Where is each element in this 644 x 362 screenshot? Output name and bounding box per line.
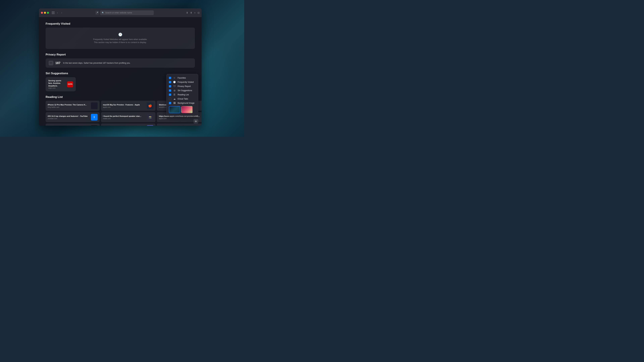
check-siri-suggestions: ✓ — [169, 89, 171, 92]
reading-card-url-1: apple.com — [103, 106, 145, 108]
frequently-visited-icon: 🕐 — [173, 81, 176, 83]
reading-card-8[interactable]: Kondor Blue Canon EOS R5/R6 Full Cages R… — [157, 123, 202, 126]
reading-thumb-4: 📸 — [147, 114, 154, 120]
address-bar[interactable]: 🔍 Search or enter website name — [100, 10, 154, 15]
address-bar-wrapper: 🎤 🔍 Search or enter website name — [64, 10, 185, 15]
reading-card-text-1: macOS Big Sur Preview - Features - Apple… — [103, 104, 145, 108]
siri-card-url: espn.com — [48, 87, 65, 89]
sliders-icon: ⚙ — [195, 120, 197, 123]
bg-thumb-pink[interactable] — [181, 106, 193, 113]
reading-card-title-1: macOS Big Sur Preview - Features - Apple — [103, 104, 145, 106]
frequently-visited-line1: Frequently Visited Websites will appear … — [49, 38, 192, 41]
siri-suggestions-icon: ◎ — [173, 89, 176, 92]
reading-card-text-3: iOS 14.2 top changes and features! - You… — [48, 115, 89, 119]
bg-thumbnails — [166, 105, 198, 114]
reading-list-label: Reading List — [178, 93, 189, 96]
siri-card-title: Serving sports fans. Anytime. Anywhere. — [48, 79, 65, 87]
reading-card-url-0: blog.halide.cam — [48, 106, 89, 108]
frequently-visited-line2: This section may be hidden if there is n… — [49, 41, 192, 44]
frequently-visited-label: Frequently Visited — [178, 81, 194, 83]
reading-card-title-3: iOS 14.2 top changes and features! - You… — [48, 115, 89, 117]
dropdown-privacy-report[interactable]: ✓ 🛡 Privacy Report — [166, 84, 198, 88]
frequently-visited-heading: Frequently Visited — [46, 22, 195, 25]
search-icon: 🔍 — [102, 12, 104, 14]
titlebar: ‹ › 🎤 🔍 Search or enter website name ⬇ ⬆… — [39, 8, 202, 17]
background-image-label: Background Image — [178, 102, 194, 104]
reading-card-7[interactable]: DIY 24v LiFePO4 Solar Battery Bank! Begi… — [101, 123, 156, 126]
dropdown-icloud-tabs[interactable]: ✓ ☁ iCloud Tabs — [166, 97, 198, 101]
reading-list-icon: ☰ — [173, 93, 176, 96]
shield-icon: 🛡 — [49, 61, 53, 65]
reading-thumb-7: D — [147, 125, 154, 126]
browser-window: ‹ › 🎤 🔍 Search or enter website name ⬇ ⬆… — [39, 8, 202, 126]
frequently-visited-box: 🕐 Frequently Visited Websites will appea… — [46, 27, 195, 49]
customize-dropdown: ✓ ☆ Favorites ✓ 🕐 Frequently Visited ✓ 🛡… — [166, 74, 198, 116]
reading-thumb-0 — [91, 102, 98, 109]
privacy-report-heading: Privacy Report — [46, 53, 195, 56]
siri-suggestions-label: Siri Suggestions — [178, 89, 192, 92]
reading-card-0[interactable]: iPhone 12 Pro Max Preview: The Camera H.… — [46, 101, 100, 111]
clock-icon: 🕐 — [49, 32, 192, 36]
reading-card-title-0: iPhone 12 Pro Max Preview: The Camera H.… — [48, 104, 89, 106]
icloud-tabs-icon: ☁ — [173, 97, 176, 100]
reading-card-title-4: I found the perfect Homepod speaker stan… — [103, 115, 145, 117]
privacy-report-icon: 🛡 — [173, 85, 176, 87]
download-icon[interactable]: ⬇ — [186, 11, 188, 14]
dropdown-siri-suggestions[interactable]: ✓ ◎ Siri Suggestions — [166, 88, 198, 92]
customize-button[interactable]: ⚙ — [194, 119, 198, 124]
siri-card-espn[interactable]: Serving sports fans. Anytime. Anywhere. … — [46, 77, 76, 91]
forward-button[interactable]: › — [60, 10, 63, 15]
reading-thumb-6: 🔌 — [91, 125, 98, 126]
dropdown-frequently-visited[interactable]: ✓ 🕐 Frequently Visited — [166, 80, 198, 84]
favorites-icon: ☆ — [173, 77, 176, 79]
reading-card-6[interactable]: How to Run a Portable Generator Safely W… — [46, 123, 100, 126]
check-reading-list: ✓ — [169, 93, 171, 96]
reading-thumb-1: 🍎 — [147, 102, 154, 109]
reading-card-url-4: reddit.com — [103, 118, 145, 119]
icloud-tabs-label: iCloud Tabs — [178, 98, 188, 100]
minimize-button[interactable] — [44, 12, 46, 14]
new-tab-icon[interactable]: + — [194, 11, 196, 14]
check-frequently-visited: ✓ — [169, 81, 171, 83]
privacy-report-label: Privacy Report — [178, 85, 191, 87]
reading-thumb-3: I — [91, 114, 98, 120]
background-image-icon: 🖼 — [173, 102, 176, 104]
reading-card-text-4: I found the perfect Homepod speaker stan… — [103, 115, 145, 119]
close-button[interactable] — [41, 12, 43, 14]
favorites-label: Favorites — [178, 77, 186, 79]
reading-card-1[interactable]: macOS Big Sur Preview - Features - Apple… — [101, 101, 156, 111]
dropdown-reading-list[interactable]: ✓ ☰ Reading List — [166, 92, 198, 97]
bg-thumb-ocean[interactable] — [169, 106, 180, 113]
check-background-image: ✓ — [169, 102, 171, 104]
address-placeholder: Search or enter website name — [105, 11, 132, 14]
siri-card-text: Serving sports fans. Anytime. Anywhere. … — [48, 79, 65, 89]
traffic-lights — [41, 12, 49, 14]
toolbar-right: ⬇ ⬆ + ⊡ — [186, 11, 200, 14]
dropdown-favorites[interactable]: ✓ ☆ Favorites — [166, 76, 198, 80]
microphone-icon: 🎤 — [96, 11, 99, 15]
check-favorites: ✓ — [169, 77, 171, 79]
check-privacy-report: ✓ — [169, 85, 171, 87]
reading-card-url-3: youtube.com — [48, 118, 89, 119]
maximize-button[interactable] — [47, 12, 49, 14]
reading-card-text-0: iPhone 12 Pro Max Preview: The Camera H.… — [48, 104, 89, 108]
check-icloud-tabs: ✓ — [169, 98, 171, 100]
back-button[interactable]: ‹ — [56, 10, 59, 15]
share-icon[interactable]: ⬆ — [190, 11, 192, 14]
privacy-report-box: 🛡 187 In the last seven days, Safari has… — [46, 58, 195, 68]
privacy-report-section: Privacy Report 🛡 187 In the last seven d… — [46, 53, 195, 68]
tab-overview-icon[interactable]: ⊡ — [198, 11, 200, 14]
dropdown-background-image[interactable]: ✓ 🖼 Background Image — [166, 101, 198, 105]
reading-card-3[interactable]: iOS 14.2 top changes and features! - You… — [46, 112, 100, 122]
tracker-count: 187 — [55, 61, 60, 65]
espn-logo: ESPN — [67, 81, 73, 87]
privacy-description: In the last seven days, Safari has preve… — [63, 62, 130, 64]
sidebar-toggle-button[interactable] — [52, 11, 55, 14]
reading-card-4[interactable]: I found the perfect Homepod speaker stan… — [101, 112, 156, 122]
